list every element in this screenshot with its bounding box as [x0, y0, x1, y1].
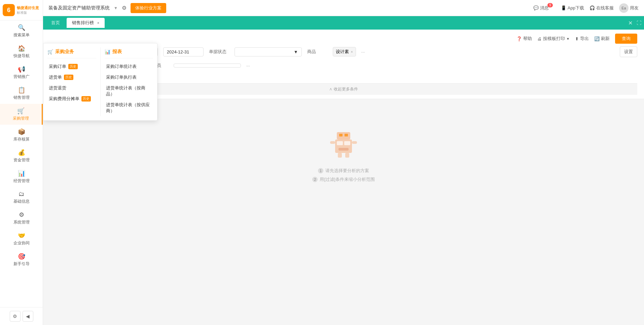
logo-text: 畅捷通好生意 标准版	[17, 5, 39, 15]
svg-rect-6	[345, 134, 348, 136]
topbar-right: 💬 消息 9 📱 App下载 🎧 在线客服 Ea 用友	[533, 3, 639, 13]
svg-rect-9	[338, 153, 342, 158]
svg-rect-3	[338, 148, 349, 151]
sidebar-item-marketing[interactable]: 📢 营销推广	[0, 62, 43, 83]
sidebar-item-purchase[interactable]: 🛒 采购管理	[0, 104, 43, 125]
help-icon: ❓	[516, 36, 522, 41]
export-btn[interactable]: ⬆ 导出	[575, 36, 589, 42]
sidebar-item-label: 采购管理	[13, 116, 29, 121]
status-input[interactable]: ▼	[235, 47, 302, 56]
stock-in-stats-product-item[interactable]: 进货单统计表（按商品）	[105, 83, 153, 99]
help-btn[interactable]: ❓ 帮助	[516, 36, 532, 42]
svg-rect-4	[337, 132, 350, 139]
topbar: 装备及固定资产辅助管理系统 ▼ ⚙ 体验行业方案 💬 消息 9 📱 App下载 …	[43, 0, 644, 16]
sidebar-item-guide[interactable]: 🎯 新手引导	[0, 249, 43, 270]
stock-in-item[interactable]: 进货单 历史	[47, 72, 96, 83]
phone-icon: 📱	[561, 5, 566, 10]
inventory-icon: 📦	[18, 128, 25, 135]
tabbar-expand-icon[interactable]: ⛶	[637, 20, 641, 26]
settings-button[interactable]: ⚙	[10, 311, 21, 322]
purchase-business-label: 采购业务	[55, 49, 74, 55]
tab-home[interactable]: 首页	[46, 18, 65, 28]
tabbar-close-icon[interactable]: ✕	[628, 20, 633, 26]
sidebar-item-system[interactable]: ⚙ 系统管理	[0, 208, 43, 229]
online-service-btn[interactable]: 🎧 在线客服	[589, 5, 614, 11]
sidebar-item-quick-nav[interactable]: 🏠 快捷导航	[0, 41, 43, 62]
tab-sales-rank[interactable]: 销售排行榜 ×	[67, 18, 105, 28]
tab-sales-rank-label: 销售排行榜	[72, 20, 94, 25]
query-button[interactable]: 查询	[615, 34, 637, 44]
settings-button[interactable]: 设置	[620, 46, 637, 57]
industry-btn[interactable]: 体验行业方案	[131, 3, 166, 13]
sidebar-item-enterprise[interactable]: 🤝 企业协同	[0, 229, 43, 249]
search-icon: 🔍	[18, 24, 25, 31]
hint-num-1: 1	[318, 168, 323, 173]
empty-hint-2: 2 用[过滤]条件来缩小分析范围	[312, 176, 374, 182]
dropdown-arrow-icon[interactable]: ▼	[114, 6, 118, 10]
salesperson-more-dots[interactable]: ···	[246, 63, 250, 68]
logo-line1: 畅捷通好生意	[17, 5, 39, 10]
sidebar-item-label: 基础信息	[13, 199, 30, 204]
sidebar-item-finance[interactable]: 💰 资金管理	[0, 146, 43, 166]
logo-icon: 6	[3, 4, 15, 16]
purchase-order-history-badge: 历史	[68, 64, 78, 69]
purchase-order-exec-label: 采购订单执行表	[106, 74, 137, 80]
home-icon: 🏠	[18, 45, 25, 52]
sidebar-item-operations[interactable]: 📊 经营管理	[0, 166, 43, 187]
refresh-btn[interactable]: 🔄 刷新	[594, 36, 610, 42]
hint-num-2: 2	[312, 177, 318, 182]
help-label: 帮助	[523, 36, 532, 42]
purchase-order-item[interactable]: 采购订单 历史	[47, 61, 96, 72]
sidebar-bottom: ⚙ ◀	[0, 307, 43, 325]
sidebar-item-label: 营销推广	[13, 74, 30, 80]
sidebar-item-sales[interactable]: 📋 销售管理	[0, 83, 43, 104]
settings-icon[interactable]: ⚙	[122, 5, 127, 11]
stock-in-stats-supplier-item[interactable]: 进货单统计表（按供应商）	[105, 99, 153, 116]
tab-close-icon[interactable]: ×	[97, 21, 99, 25]
purchase-expense-label: 采购费用分摊单	[49, 96, 79, 102]
product-tag: 设计素 ×	[333, 47, 356, 56]
message-icon: 💬	[533, 5, 539, 10]
finance-icon: 💰	[18, 149, 25, 156]
export-icon: ⬆	[575, 36, 579, 41]
logo-line2: 标准版	[17, 10, 39, 15]
app-download-btn[interactable]: 📱 App下载	[561, 5, 584, 11]
return-item[interactable]: 进货退货	[47, 83, 96, 93]
sidebar-item-label: 经营管理	[13, 178, 30, 184]
purchase-business-title: 🛒 采购业务	[47, 47, 96, 58]
collapse-sidebar-button[interactable]: ◀	[23, 311, 33, 322]
date-range-input[interactable]: 2024-12-31	[163, 47, 204, 56]
svg-rect-1	[337, 141, 343, 145]
purchase-order-stats-item[interactable]: 采购订单统计表	[105, 61, 153, 72]
hint-text-1: 请先选择要分析的方案	[325, 168, 369, 174]
marketing-icon: 📢	[18, 66, 25, 73]
sidebar-item-label: 系统管理	[13, 219, 30, 225]
sidebar-item-label: 销售管理	[13, 95, 30, 100]
sales-icon: 📋	[18, 86, 25, 94]
collapse-label: 收起更多条件	[334, 87, 358, 91]
print-btn[interactable]: 🖨 按模板打印 ▼	[537, 36, 570, 42]
tab-home-label: 首页	[51, 20, 60, 25]
operations-icon: 📊	[18, 170, 25, 177]
purchase-icon: 🛒	[17, 107, 25, 115]
purchase-expense-item[interactable]: 采购费用分摊单 历史	[47, 93, 96, 104]
print-label: 按模板打印	[543, 36, 565, 42]
logo: 6 畅捷通好生意 标准版	[0, 0, 43, 21]
refresh-label: 刷新	[601, 36, 610, 42]
sidebar-item-basic[interactable]: 🗂 基础信息	[0, 187, 43, 208]
sidebar-item-label: 快捷导航	[13, 53, 30, 59]
refresh-icon: 🔄	[594, 36, 600, 41]
sidebar-item-search[interactable]: 🔍 搜索菜单	[0, 21, 43, 41]
sidebar-item-inventory[interactable]: 📦 库存核算	[0, 125, 43, 146]
purchase-expense-history-badge: 历史	[81, 96, 91, 101]
user-btn[interactable]: Ea 用友	[619, 3, 639, 13]
purchase-order-exec-item[interactable]: 采购订单执行表	[105, 72, 153, 83]
product-tag-close[interactable]: ×	[351, 50, 353, 54]
basic-icon: 🗂	[19, 191, 25, 198]
message-btn[interactable]: 💬 消息 9	[533, 5, 556, 11]
product-more-dots[interactable]: ···	[361, 49, 365, 54]
empty-icon	[327, 126, 360, 160]
return-label: 进货退货	[49, 85, 66, 91]
product-tag-value: 设计素	[336, 49, 349, 55]
salesperson-input[interactable]	[174, 64, 241, 68]
